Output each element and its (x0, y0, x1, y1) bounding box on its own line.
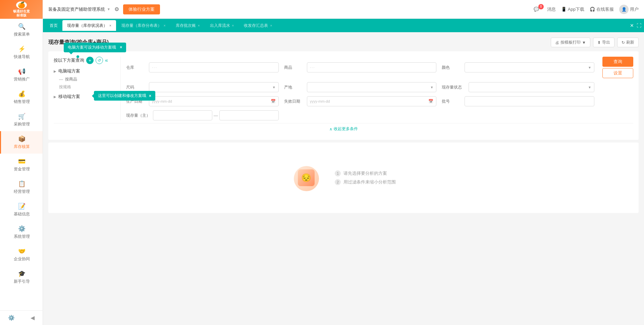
size-dropdown-icon: ▼ (272, 86, 276, 89)
tab-home[interactable]: 首页 (46, 23, 62, 29)
tab-batch-account[interactable]: 库存批次账 × (171, 20, 205, 31)
export-btn[interactable]: ⬆ 导出 (593, 38, 614, 47)
filter-header-label: 按以下方案查询 (54, 57, 84, 63)
sidebar-item-operations[interactable]: 📋 经营管理 (0, 176, 43, 199)
step-num-2: 2 (335, 179, 341, 185)
tooltip2-close[interactable]: × (149, 94, 151, 98)
filter-row-3: 生产日期 yyyy-mm-dd 📅 失效日期 yyyy-mm-dd 📅 (126, 96, 633, 106)
tab-inout-flow[interactable]: 出入库流水 × (205, 20, 239, 31)
filter-add-btn[interactable]: + (86, 57, 94, 64)
system-icon: ⚙️ (18, 225, 25, 232)
search-btn[interactable]: 查询 (602, 57, 633, 67)
print-btn[interactable]: 🖨 按模板打印 ▼ (551, 38, 590, 47)
system-title: 装备及固定资产辅助管理系统 ▼ (48, 6, 110, 12)
sidebar-item-base[interactable]: 📝 基础信息 (0, 199, 43, 221)
enterprise-icon: 🤝 (18, 248, 25, 255)
sidebar-item-marketing[interactable]: 📢 营销推广 (0, 64, 43, 86)
sidebar-label-purchase: 采购管理 (14, 121, 30, 127)
message-btn[interactable]: 💬 8 消息 (534, 6, 556, 12)
plan-mobile-root[interactable]: ▶ 移动端方案 这里可以创建和修改方案哦 × (54, 92, 116, 101)
sidebar-item-search[interactable]: 🔍 搜索菜单 (0, 19, 43, 41)
tab-summary[interactable]: 收发存汇总表 × (239, 20, 277, 31)
tab-inventory-distribution[interactable]: 现存量（库存分布表） × (117, 20, 170, 31)
app-download-btn[interactable]: 📱 App下载 (561, 6, 584, 12)
tab-close-inventory-status[interactable]: × (109, 24, 111, 28)
print-dropdown-icon[interactable]: ▼ (582, 40, 586, 45)
calendar-icon-2: 📅 (428, 99, 433, 104)
tab-close-distribution[interactable]: × (164, 24, 166, 28)
refresh-btn[interactable]: ↻ 刷新 (617, 38, 639, 47)
tab-close-summary[interactable]: × (270, 24, 272, 28)
sidebar-label-search: 搜索菜单 (14, 32, 30, 37)
sidebar-item-guide[interactable]: 🎓 新手引导 (0, 266, 43, 288)
filter-refresh-btn[interactable]: ↺ (96, 57, 103, 64)
warehouse-select[interactable]: ··· (149, 62, 279, 72)
settings-icon[interactable]: ⚙️ (8, 315, 15, 321)
filter-back-icon[interactable]: « (105, 57, 108, 63)
inv-min-input[interactable] (153, 110, 212, 120)
plan-pc-root[interactable]: ▶ 电脑端方案 (54, 67, 116, 75)
filter-row-4: 现存量（主） — (126, 110, 633, 120)
inventory-icon: 📦 (18, 135, 25, 143)
guide-icon: 🎓 (18, 270, 25, 277)
sidebar-label-system: 系统管理 (14, 234, 30, 239)
filter-row-1: 仓库 ··· 商品 ··· (126, 57, 633, 78)
refresh-icon: ↻ (622, 40, 625, 45)
system-title-dropdown-icon[interactable]: ▼ (107, 7, 110, 11)
sidebar-label-inventory: 库存核算 (14, 144, 30, 150)
sidebar-item-enterprise[interactable]: 🤝 企业协同 (0, 243, 43, 266)
inv-max-input[interactable] (219, 110, 279, 120)
origin-dropdown-icon: ▼ (430, 86, 433, 89)
sidebar-label-base: 基础信息 (14, 211, 30, 217)
reset-btn[interactable]: 设置 (602, 68, 633, 78)
filter-inv-amount: 现存量（主） — (126, 110, 279, 120)
sidebar-item-system[interactable]: ⚙️ 系统管理 (0, 221, 43, 243)
sidebar-item-quicknav[interactable]: ⚡ 快速导航 (0, 41, 43, 64)
prod-date-start[interactable]: yyyy-mm-dd 📅 (149, 96, 279, 106)
tab-inventory-status[interactable]: 现存量（库存状况表） × (62, 20, 116, 31)
user-avatar-btn[interactable]: 👤 用户 (619, 5, 639, 14)
page-body: 现存量查询(按仓库+商品) 🖨 按模板打印 ▼ ⬆ 导出 ↻ 刷新 (43, 32, 644, 325)
sidebar-item-sales[interactable]: 💰 销售管理 (0, 86, 43, 109)
size-select[interactable]: ▼ (149, 82, 279, 92)
collapse-up-icon: ∧ (329, 127, 332, 131)
tab-bar: 首页 现存量（库存状况表） × 现存量（库存分布表） × 库存批次账 × 出入库… (43, 19, 644, 32)
empty-step-2: 2 用过滤条件来缩小分析范围 (335, 179, 396, 185)
header-right: 💬 8 消息 📱 App下载 🎧 在线客服 👤 用户 (534, 5, 639, 14)
sidebar-item-purchase[interactable]: 🛒 采购管理 (0, 109, 43, 131)
batch-input[interactable] (465, 96, 594, 106)
marketing-icon: 📢 (18, 68, 25, 75)
industry-btn[interactable]: 体验行业方案 (123, 4, 160, 14)
filter-section: 按以下方案查询 + ↺ « 电脑方案可设为移动方案哦 × (48, 51, 639, 140)
exp-date-start[interactable]: yyyy-mm-dd 📅 (307, 96, 437, 106)
filter-header-row: 按以下方案查询 + ↺ « 电脑方案可设为移动方案哦 × (54, 57, 116, 64)
tab-actions: ✕ ⛶ (630, 23, 641, 28)
operations-icon: 📋 (18, 180, 25, 187)
page-header: 现存量查询(按仓库+商品) 🖨 按模板打印 ▼ ⬆ 导出 ↻ 刷新 (48, 38, 639, 47)
sidebar-item-finance[interactable]: 💳 资金管理 (0, 154, 43, 176)
origin-select[interactable]: ▼ (307, 82, 437, 92)
online-support-btn[interactable]: 🎧 在线客服 (590, 6, 614, 12)
collapse-icon[interactable]: ◀ (31, 315, 35, 321)
color-select[interactable]: ▼ (465, 62, 594, 72)
plan-pc-item-1[interactable]: — 按商品 (59, 75, 116, 83)
filter-inv-status: 现存量状态 ▼ (442, 82, 594, 92)
inv-status-select[interactable]: ▼ (469, 82, 594, 92)
header-settings-icon[interactable]: ⚙ (114, 6, 119, 12)
product-select[interactable]: ··· (307, 62, 437, 72)
tooltip1-close[interactable]: × (120, 45, 122, 50)
inv-status-dropdown-icon: ▼ (588, 86, 591, 89)
empty-step-1: 1 请先选择要分析的方案 (335, 170, 396, 176)
tab-close-inout[interactable]: × (232, 24, 234, 28)
purchase-icon: 🛒 (18, 113, 25, 120)
step-num-1: 1 (335, 170, 341, 176)
sidebar-item-inventory[interactable]: 📦 库存核算 (0, 131, 43, 154)
tab-close-batch[interactable]: × (198, 24, 200, 28)
tab-maximize-icon[interactable]: ⛶ (637, 23, 641, 28)
sidebar-label-sales: 销售管理 (14, 99, 30, 105)
tree-mobile-expand-icon: ▶ (54, 95, 56, 99)
collapse-bar[interactable]: ∧ 收起更多条件 (54, 123, 633, 134)
plan-pc-item-2[interactable]: 按规格 (59, 83, 116, 91)
tab-close-all-icon[interactable]: ✕ (630, 23, 634, 28)
main-content: 装备及固定资产辅助管理系统 ▼ ⚙ 体验行业方案 💬 8 消息 📱 App下载 … (43, 0, 644, 325)
